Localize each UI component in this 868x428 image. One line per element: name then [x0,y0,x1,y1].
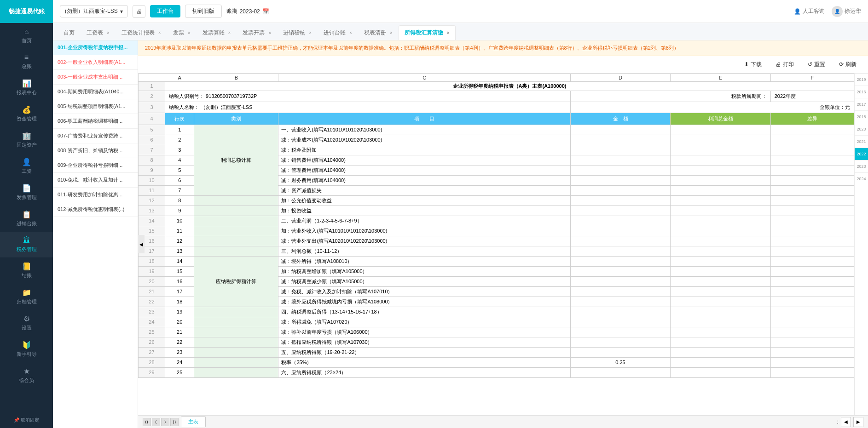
sheet-nav-next[interactable]: ⟩ [161,418,169,426]
left-panel-item-003[interactable]: 003-一般企业成本支出明细... [53,70,138,85]
left-panel-item-011[interactable]: 011-研发费用加计扣除优惠... [53,188,138,202]
tab-sales-ledger[interactable]: 进销台账 × [318,25,358,40]
row-seq: 5 [165,165,194,175]
item-cell: 六、应纳所得税额（23×24） [278,367,570,377]
tab-tax-list[interactable]: 税表清册 × [358,25,399,40]
sidebar: 畅捷通易代账 ⌂ 首页 ≡ 总账 📊 报表中心 💰 资金管理 🏢 固定资产 [0,0,53,428]
tab-home[interactable]: 首页 [58,25,81,40]
tab-label: 工资统计报表 [122,29,155,37]
col-a-header: A [165,74,194,81]
sheet-tab-main[interactable]: 主表 [181,417,206,427]
assets-icon: 🏢 [22,131,31,140]
sidebar-item-label: 固定资产 [17,142,37,148]
tab-close-icon[interactable]: × [107,30,110,35]
left-panel-item-012[interactable]: 012-减免所得税优惠明细表(..) [53,202,138,217]
print-icon-btn[interactable]: 🖨 [133,5,145,18]
page-next-btn[interactable]: ▶ [853,417,863,427]
tab-close-icon[interactable]: × [268,30,271,35]
tab-invoice-calc[interactable]: 发票算账 × [197,25,237,40]
amount-cell [570,297,670,307]
print-button[interactable]: 🖨 打印 [771,59,799,70]
collapse-button[interactable]: ◀ [138,235,145,253]
timeline-item-2018[interactable]: 2018 [855,111,868,123]
sidebar-item-label: 首页 [22,37,32,44]
row-seq: 22 [165,337,194,347]
tab-close-icon[interactable]: × [309,30,312,35]
user-info[interactable]: 👤 徐运华 [832,6,861,17]
tab-close-icon[interactable]: × [158,30,161,35]
item-cell: 减：纳税调整减少额（填写A105000） [278,276,570,286]
left-panel-item-006[interactable]: 006-职工薪酬纳税调整明细... [53,114,138,129]
left-panel-item-005[interactable]: 005-纳税调整项目明细表(A1... [53,99,138,114]
sidebar-item-finance[interactable]: 💰 资金管理 [0,101,53,127]
diff-cell [770,226,854,236]
left-panel-item-008[interactable]: 008-资产折旧、摊销及纳税... [53,143,138,158]
account-label: 账期 [226,7,237,15]
account-value: 2023-02 [240,8,260,15]
timeline-item-2023[interactable]: 2023 [855,160,868,173]
sidebar-item-guide[interactable]: 🔰 新手引导 [0,336,53,362]
refresh-button[interactable]: ⟳ 刷新 [834,59,861,70]
sidebar-item-home[interactable]: ⌂ 首页 [0,23,53,49]
timeline-item-2019[interactable]: 2019 [855,74,868,86]
switch-old-button[interactable]: 切到旧版 [185,5,222,18]
left-panel-item-010[interactable]: 010-免税、减计收入及加计... [53,173,138,188]
reset-button[interactable]: ↺ 重置 [803,59,830,70]
profit-cell [671,297,770,307]
tab-close-icon[interactable]: × [390,30,393,35]
left-panel-item-001[interactable]: 001-企业所得税年度纳税申报... [53,40,138,55]
timeline-item-2017[interactable]: 2017 [855,98,868,111]
row-number: 4 [139,113,165,125]
tab-invoice[interactable]: 发票 × [167,25,197,40]
table-row: 1 企业所得税年度纳税申报表（A类）主表(A100000) [139,81,854,91]
sidebar-item-report[interactable]: 📊 报表中心 [0,74,53,101]
customer-service[interactable]: 👤 人工客询 [794,7,825,15]
tab-sales-audit[interactable]: 进销稽核 × [277,25,318,40]
timeline-item-2016[interactable]: 2016 [855,86,868,98]
sheet-area[interactable]: A B C D E F 1 企业所得税年度纳税申报表（A类）主表(A100000… [138,74,854,416]
sidebar-item-sales-ledger[interactable]: 📋 进销台账 [0,205,53,232]
tab-tax-annual[interactable]: 所得税汇算清缴 × [399,25,456,40]
tab-close-icon[interactable]: × [447,30,450,35]
sheet-nav-last[interactable]: ⟩⟩ [170,418,179,426]
sidebar-item-ledger[interactable]: ≡ 总账 [0,49,53,74]
timeline-item-2020[interactable]: 2020 [855,123,868,136]
left-panel-item-002[interactable]: 002-一般企业收入明细表(A1... [53,55,138,70]
item-cell: 减：财务费用(填写A104000) [278,175,570,185]
tab-close-icon[interactable]: × [188,30,191,35]
timeline-item-2021[interactable]: 2021 [855,136,868,148]
table-row: 4 行次 类别 项 目 金 额 利润总金额 差异 [139,113,854,125]
sidebar-item-invoice[interactable]: 📄 发票管理 [0,179,53,205]
sheet-nav-first[interactable]: ⟨⟨ [143,418,151,426]
sheet-nav-prev[interactable]: ⟨ [152,418,160,426]
tab-close-icon[interactable]: × [228,30,231,35]
item-cell: 一、营业收入(填写A101010\101020\103000) [278,125,570,135]
sidebar-item-settings[interactable]: ⚙ 设置 [0,310,53,336]
timeline-item-2022[interactable]: 2022 [855,148,868,160]
company-selector[interactable]: (勿删）江西服宝-LSS ▾ [60,5,128,17]
category-cell [194,357,278,367]
sidebar-item-payroll[interactable]: 👤 工资 [0,153,53,179]
category-cell [194,205,278,216]
timeline-item-2024[interactable]: 2024 [855,173,868,185]
tab-close-icon[interactable]: × [349,30,352,35]
left-panel-item-009[interactable]: 009-企业所得税补亏损明细... [53,158,138,173]
download-button[interactable]: ⬇ 下载 [740,59,766,70]
sidebar-item-assets[interactable]: 🏢 固定资产 [0,127,53,153]
sidebar-item-archive[interactable]: 📁 归档管理 [0,284,53,310]
sidebar-unpin-btn[interactable]: 📌 取消固定 [0,412,53,428]
left-panel-item-007[interactable]: 007-广告费和业务宣传费跨... [53,129,138,143]
sidebar-item-settle[interactable]: 📒 结账 [0,257,53,284]
table-row: 23 19 四、纳税调整后所得（13-14+15-16-17+18） [139,307,854,317]
sidebar-item-tax[interactable]: 🏛 税务管理 [0,232,53,257]
tab-payroll[interactable]: 工资表 × [81,25,116,40]
calendar-icon[interactable]: 📅 [262,8,269,15]
page-prev-btn[interactable]: ◀ [841,417,851,427]
tab-invoice-open[interactable]: 发票开票 × [237,25,277,40]
sidebar-item-member[interactable]: ★ 畅会员 [0,362,53,388]
left-panel-item-004[interactable]: 004-期间费用明细表(A1040... [53,85,138,99]
tab-payroll-stats[interactable]: 工资统计报表 × [116,25,167,40]
workbench-button[interactable]: 工作台 [150,5,180,17]
table-row: 25 21 减：弥补以前年度亏损（填写A106000） [139,327,854,337]
invoice-icon: 📄 [22,184,31,193]
